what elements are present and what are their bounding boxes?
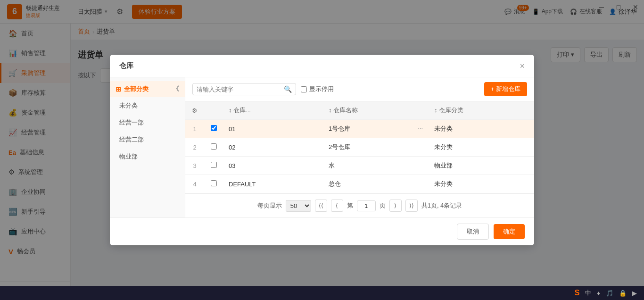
grid-icon: ⊞ [116,85,121,93]
category-item-op2[interactable]: 经营二部 [110,131,185,148]
table-body: 1 01 1号仓库··· 未分类 2 02 2号仓库 未分类 3 03 水 物业… [185,120,534,193]
th-name: ↕ 仓库名称 [323,101,429,120]
category-sidebar: ⊞ 全部分类 《 未分类 经营一部 经营二部 物业部 [110,77,185,217]
row-code: 03 [223,157,323,175]
modal-header: 仓库 × [110,55,534,77]
row-num: 1 [185,120,204,138]
row-checkbox[interactable] [204,120,223,138]
row-name: 水 [323,157,429,175]
all-categories-item[interactable]: ⊞ 全部分类 《 [110,81,185,97]
new-warehouse-button[interactable]: + 新增仓库 [484,82,527,96]
search-box: 🔍 [192,83,296,95]
category-item-op1[interactable]: 经营一部 [110,114,185,131]
status-icon-lock: 🔒 [619,290,627,297]
modal-pagination: 每页显示 50 20 100 ⟨⟨ ⟨ 第 页 ⟩ ⟩⟩ 共1页, 4 [185,193,534,217]
all-categories-label: 全部分类 [124,85,149,93]
category-item-property[interactable]: 物业部 [110,148,185,165]
row-num: 3 [185,157,204,175]
row-code: DEFAULT [223,175,323,193]
status-icon-s: S [575,289,580,297]
row-code: 01 [223,120,323,138]
row-category: 未分类 [429,120,534,138]
warehouse-table-wrap: ⚙ ↕ 仓库... ↕ 仓库名称 ↕ 仓库分类 [185,101,534,193]
last-page-button[interactable]: ⟩⟩ [405,200,418,212]
show-disabled-label: 显示停用 [309,85,334,93]
first-page-button[interactable]: ⟨⟨ [315,200,327,212]
per-page-label: 每页显示 [257,201,282,210]
search-input[interactable] [197,86,284,93]
row-name: 1号仓库··· [323,120,429,138]
statusbar: S 中 ♦ 🎵 🔒 ▶ [0,286,644,300]
prev-page-button[interactable]: ⟨ [331,200,343,212]
row-checkbox[interactable] [204,157,223,175]
collapse-icon[interactable]: 《 [173,85,179,93]
table-row[interactable]: 3 03 水 物业部 [185,157,534,175]
modal-overlay: 仓库 × ⊞ 全部分类 《 未分类 经营一部 经营二部 物业部 [0,0,644,300]
table-row[interactable]: 2 02 2号仓库 未分类 [185,138,534,157]
row-category: 未分类 [429,138,534,157]
per-page-select[interactable]: 50 20 100 [286,200,311,212]
cancel-button[interactable]: 取消 [457,224,489,240]
warehouse-modal: 仓库 × ⊞ 全部分类 《 未分类 经营一部 经营二部 物业部 [110,55,534,245]
page-unit: 页 [380,201,386,210]
row-category: 物业部 [429,157,534,175]
status-icon-mic: 🎵 [606,290,613,297]
status-icon-cn: 中 [585,289,591,297]
table-row[interactable]: 1 01 1号仓库··· 未分类 [185,120,534,138]
row-category: 未分类 [429,175,534,193]
modal-body: ⊞ 全部分类 《 未分类 经营一部 经营二部 物业部 🔍 [110,77,534,217]
modal-footer: 取消 确定 [110,217,534,245]
row-name: 总仓 [323,175,429,193]
search-icon: 🔍 [284,85,292,93]
page-input[interactable] [357,200,376,211]
total-info: 共1页, 4条记录 [421,201,462,210]
right-panel: 🔍 显示停用 + 新增仓库 ⚙ [185,77,534,217]
th-category: ↕ 仓库分类 [429,101,534,120]
status-icon-dot: ♦ [597,290,600,297]
row-code: 02 [223,138,323,157]
confirm-button[interactable]: 确定 [494,224,525,239]
table-header: ⚙ ↕ 仓库... ↕ 仓库名称 ↕ 仓库分类 [185,101,534,120]
modal-close-button[interactable]: × [520,62,525,70]
row-checkbox[interactable] [204,138,223,157]
th-code: ↕ 仓库... [223,101,323,120]
row-name: 2号仓库 [323,138,429,157]
page-label: 第 [347,201,353,210]
right-toolbar: 🔍 显示停用 + 新增仓库 [185,77,534,101]
next-page-button[interactable]: ⟩ [389,200,402,212]
row-num: 4 [185,175,204,193]
show-disabled-checkbox[interactable]: 显示停用 [301,85,334,93]
th-check [204,101,223,120]
modal-title: 仓库 [119,61,133,70]
th-gear[interactable]: ⚙ [185,101,204,120]
table-row[interactable]: 4 DEFAULT 总仓 未分类 [185,175,534,193]
warehouse-table: ⚙ ↕ 仓库... ↕ 仓库名称 ↕ 仓库分类 [185,101,534,193]
status-icon-play: ▶ [632,290,637,297]
category-item-unclassified[interactable]: 未分类 [110,97,185,114]
row-checkbox[interactable] [204,175,223,193]
row-num: 2 [185,138,204,157]
